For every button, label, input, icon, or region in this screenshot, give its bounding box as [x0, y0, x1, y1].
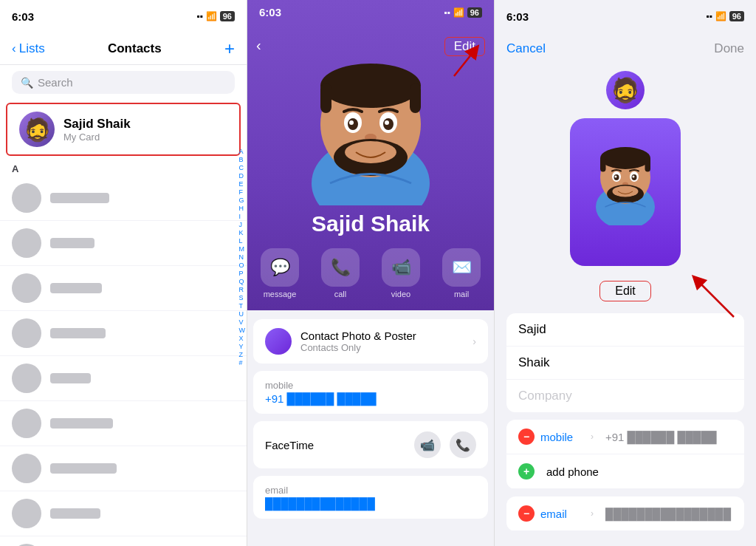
alpha-k[interactable]: K: [239, 229, 246, 236]
poster-subtitle: Contacts Only: [300, 342, 464, 353]
svg-point-9: [349, 120, 354, 125]
last-name-row[interactable]: Shaik: [506, 347, 744, 380]
alpha-r[interactable]: R: [239, 286, 246, 293]
list-item[interactable]: [0, 221, 247, 266]
alpha-l[interactable]: L: [239, 237, 246, 245]
alpha-o[interactable]: O: [239, 262, 246, 269]
status-bar-1: 6:03 ▪▪ 📶 96: [0, 0, 247, 33]
alphabet-index[interactable]: A B C D E F G H I J K L M N O P Q R S T …: [239, 148, 246, 366]
signal-icon-3: ▪▪: [706, 11, 712, 21]
first-name-row[interactable]: Sajid: [506, 313, 744, 347]
alpha-t[interactable]: T: [239, 302, 246, 310]
alpha-b[interactable]: B: [239, 156, 246, 163]
alpha-f[interactable]: F: [239, 188, 246, 196]
alpha-i[interactable]: I: [239, 213, 246, 220]
svg-point-26: [633, 176, 635, 178]
status-icons-3: ▪▪ 📶 96: [706, 11, 744, 21]
video-action[interactable]: 📹 video: [377, 248, 425, 298]
add-phone-label: add phone: [546, 465, 599, 478]
contact-name-blurred: [50, 238, 94, 248]
alpha-x[interactable]: X: [239, 335, 246, 342]
list-item[interactable]: [0, 491, 247, 536]
company-field[interactable]: Company: [518, 389, 732, 403]
list-item[interactable]: [0, 446, 247, 491]
contact-poster-card: Contact Photo & Poster Contacts Only ›: [253, 319, 488, 364]
my-card[interactable]: 🧔 Sajid Shaik My Card: [6, 103, 241, 156]
alpha-v[interactable]: V: [239, 318, 246, 326]
last-name-field[interactable]: Shaik: [518, 355, 732, 370]
chevron-right-icon: ›: [472, 335, 476, 347]
email-type-chevron: ›: [591, 508, 594, 519]
list-item[interactable]: [0, 176, 247, 221]
alpha-z[interactable]: Z: [239, 351, 246, 358]
mobile-value[interactable]: +91 ██████ █████: [265, 392, 377, 405]
list-item[interactable]: [0, 311, 247, 356]
edit-photo-card[interactable]: [570, 118, 681, 266]
list-item[interactable]: [0, 266, 247, 311]
memoji-svg: [289, 43, 452, 205]
alpha-g[interactable]: G: [239, 197, 246, 204]
alpha-e[interactable]: E: [239, 180, 246, 188]
mobile-edit-value[interactable]: +91 ██████ █████: [605, 431, 732, 443]
svg-rect-3: [320, 83, 331, 113]
mobile-type-label[interactable]: mobile: [540, 431, 585, 443]
alpha-c[interactable]: C: [239, 164, 246, 171]
wifi-icon-2: 📶: [453, 7, 464, 18]
add-contact-button[interactable]: +: [224, 38, 235, 59]
poster-row[interactable]: Contact Photo & Poster Contacts Only ›: [253, 319, 488, 364]
cancel-button[interactable]: Cancel: [506, 41, 546, 56]
avatar: [12, 183, 41, 213]
company-row[interactable]: Company: [506, 380, 744, 412]
contact-detail-panel: 6:03 ▪▪ 📶 96 ‹ Edit: [247, 0, 495, 546]
alpha-s[interactable]: S: [239, 294, 246, 301]
call-action[interactable]: 📞 call: [316, 248, 365, 298]
remove-mobile-button[interactable]: −: [518, 429, 535, 445]
add-phone-row[interactable]: + add phone: [506, 454, 744, 489]
email-info: email ██████████████: [265, 485, 375, 510]
alpha-u[interactable]: U: [239, 310, 246, 318]
facetime-video-button[interactable]: 📹: [414, 431, 441, 458]
mail-action[interactable]: ✉️ mail: [437, 248, 486, 298]
alpha-n[interactable]: N: [239, 253, 246, 261]
email-card: email ██████████████: [253, 476, 488, 519]
svg-point-29: [613, 186, 639, 197]
add-phone-button[interactable]: +: [518, 463, 535, 480]
alpha-d[interactable]: D: [239, 172, 246, 180]
action-buttons: 💬 message 📞 call 📹 video ✉️ mail: [247, 248, 495, 298]
list-item[interactable]: [0, 356, 247, 401]
alpha-q[interactable]: Q: [239, 278, 246, 285]
contact-name-blurred: [50, 328, 106, 338]
detail-back-button[interactable]: ‹: [256, 37, 261, 54]
message-label: message: [264, 290, 297, 298]
mobile-row: mobile +91 ██████ █████: [253, 371, 488, 414]
done-button[interactable]: Done: [714, 41, 744, 56]
contacts-nav: ‹ Lists Contacts +: [0, 33, 247, 65]
list-item[interactable]: [0, 401, 247, 446]
video-icon: 📹: [382, 248, 420, 287]
search-bar: 🔍 Search: [0, 65, 247, 100]
email-value[interactable]: ██████████████: [265, 497, 375, 510]
alpha-hash[interactable]: #: [239, 359, 246, 366]
contact-memoji: [289, 43, 452, 205]
email-edit-value[interactable]: ████████████████: [605, 508, 732, 520]
status-bar-3: 6:03 ▪▪ 📶 96: [495, 0, 756, 33]
email-type-label[interactable]: email: [540, 508, 585, 520]
first-name-field[interactable]: Sajid: [518, 322, 732, 337]
alpha-a[interactable]: A: [239, 148, 246, 155]
message-action[interactable]: 💬 message: [255, 248, 304, 298]
avatar: [12, 409, 41, 438]
contact-name-blurred: [50, 193, 109, 203]
lists-back-button[interactable]: ‹ Lists: [12, 41, 45, 56]
alpha-w[interactable]: W: [239, 327, 246, 334]
list-item[interactable]: [0, 536, 247, 546]
alpha-j[interactable]: J: [239, 221, 246, 228]
alpha-h[interactable]: H: [239, 205, 246, 212]
alpha-y[interactable]: Y: [239, 343, 246, 350]
alpha-m[interactable]: M: [239, 245, 246, 253]
facetime-audio-button[interactable]: 📞: [450, 431, 476, 458]
edit-photo-button[interactable]: Edit: [599, 281, 651, 301]
search-input[interactable]: 🔍 Search: [12, 71, 235, 94]
remove-email-button[interactable]: −: [518, 505, 535, 522]
svg-point-13: [345, 141, 396, 163]
alpha-p[interactable]: P: [239, 270, 246, 277]
